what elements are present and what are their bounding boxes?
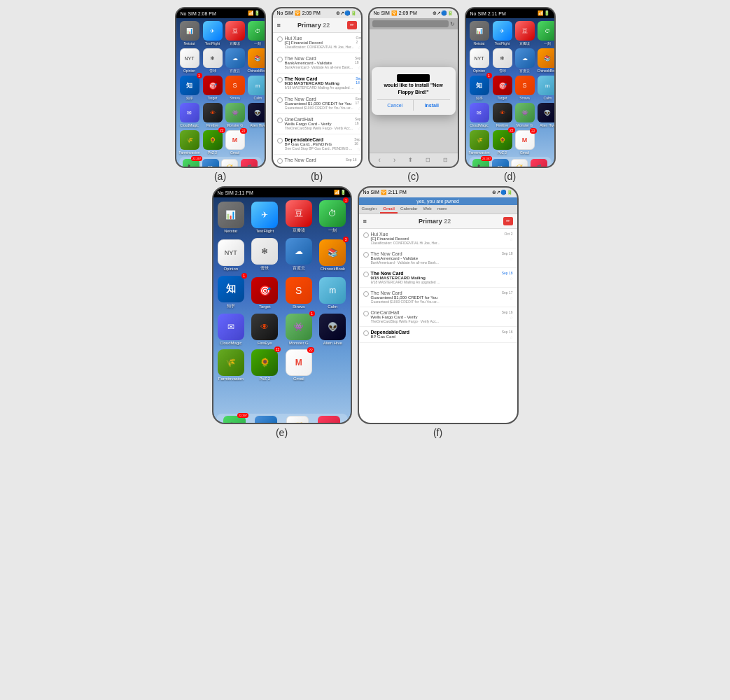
email-item-3-f[interactable]: The Now Card 9/18 MASTERCARD Mailing 9/1… <box>359 268 517 288</box>
email-checkbox-5-f[interactable] <box>363 311 369 316</box>
email-star-4-b[interactable]: ☆ <box>358 106 360 111</box>
tab-calendar-f[interactable]: Calendar <box>398 205 420 214</box>
email-item-5-b[interactable]: OneCardHalt Wells Fargo Card - Verify Th… <box>273 114 361 134</box>
email-checkbox-2-b[interactable] <box>277 57 283 62</box>
app-farminvasion-e[interactable]: 🌾Farminvasion <box>216 349 246 381</box>
app-yike-a[interactable]: 1 ⏱ 一刻 <box>248 21 266 46</box>
email-star-3-f[interactable]: ☆ <box>510 276 513 281</box>
app-calm-a[interactable]: m Calm <box>248 76 266 100</box>
app-opinion-d[interactable]: NYTOpinion <box>469 48 490 73</box>
app-gmail-d[interactable]: 22MGmail <box>515 130 535 155</box>
app-testflight-d[interactable]: ✈TestFlight <box>493 21 512 46</box>
app-pvz-e[interactable]: 22🌻PvZ 2 <box>250 349 280 381</box>
app-chinook-a[interactable]: 3 📚 ChinookBook <box>248 48 266 73</box>
app-testflight-a[interactable]: ✈ TestFlight <box>203 21 223 46</box>
app-alienhive-d[interactable]: 👽Alien Hive <box>538 103 556 127</box>
email-star-2-b[interactable]: ☆ <box>358 65 361 70</box>
email-star-5-f[interactable]: ☆ <box>510 315 513 320</box>
app-cloudmagic-e[interactable]: ✉CloudMagic <box>216 314 246 345</box>
dock-music-a[interactable]: 🎵 Music <box>241 159 258 168</box>
app-doudian-e[interactable]: 豆豆瓣读 <box>284 200 314 234</box>
email-star-1-b[interactable]: ☆ <box>358 45 360 50</box>
email-star-6-f[interactable]: ☆ <box>510 335 513 340</box>
dock-mail-d[interactable]: ✉Mail <box>492 159 509 168</box>
browser-refresh-c[interactable]: ↻ <box>450 21 455 27</box>
alert-cancel-btn-c[interactable]: Cancel <box>377 100 414 111</box>
app-doudian-d[interactable]: 豆豆瓣读 <box>515 21 535 46</box>
app-cloudmagic-d[interactable]: ✉CloudMagic <box>469 103 490 127</box>
app-fireeye-a[interactable]: 👁 FireEye <box>203 103 223 127</box>
email-star-1-f[interactable]: ☆ <box>510 237 513 241</box>
app-pvz-a[interactable]: 22 🌻 PvZ 2 <box>203 130 223 155</box>
app-gmail-e[interactable]: 22MGmail <box>284 349 314 381</box>
compose-btn-b[interactable]: ✏ <box>347 21 357 29</box>
email-item-7-b[interactable]: The Now Card Sep 16 ☆ <box>273 155 361 167</box>
email-checkbox-4-f[interactable] <box>363 291 369 297</box>
dock-music-e[interactable]: 🎵Music <box>318 416 340 424</box>
app-yike-d[interactable]: 1⏱一刻 <box>538 21 556 46</box>
dock-safari-a[interactable]: 🧭 Safari <box>221 159 238 168</box>
app-xueqiu-e[interactable]: ❄雪球 <box>250 238 280 272</box>
app-zhihu-d[interactable]: 1知知乎 <box>469 76 490 100</box>
app-netstat-e[interactable]: 📊Netstat <box>216 200 246 234</box>
tab-web-f[interactable]: Web <box>420 205 434 214</box>
app-cloudmagic-a[interactable]: ✉ CloudMagic <box>179 103 200 127</box>
app-calm-e[interactable]: mCalm <box>318 276 348 309</box>
email-checkbox-1-b[interactable] <box>277 36 283 42</box>
email-star-3-b[interactable]: ☆ <box>358 85 360 90</box>
app-yike-e[interactable]: 1⏱一刻 <box>318 200 348 234</box>
dock-phone-d[interactable]: 22,397📞Phone <box>472 159 489 168</box>
app-fireeye-e[interactable]: 👁FireEye <box>250 314 280 345</box>
email-checkbox-4-b[interactable] <box>277 97 283 103</box>
app-fireeye-d[interactable]: 👁FireEye <box>493 103 512 127</box>
app-alienhive-e[interactable]: 👽Alien Hive <box>318 314 348 345</box>
dock-music-d[interactable]: 🎵Music <box>531 159 547 168</box>
dock-safari-d[interactable]: 🧭Safari <box>511 159 528 168</box>
email-checkbox-7-b[interactable] <box>277 158 283 164</box>
app-target-e[interactable]: 🎯Target <box>250 276 280 309</box>
app-netstat-a[interactable]: 📊 Netstat <box>179 21 200 46</box>
email-checkbox-6-b[interactable] <box>277 138 283 144</box>
app-xueqiu-d[interactable]: ❄雪球 <box>493 48 512 73</box>
tab-gmail-f[interactable]: Gmail <box>380 205 398 214</box>
dock-phone-a[interactable]: 22,397 📞 Phone <box>183 159 199 168</box>
app-alienhive-a[interactable]: 👽 Alien Hive <box>248 103 266 127</box>
email-item-2-b[interactable]: The Now Card BankAmericard - Validate Ba… <box>273 53 361 74</box>
homescreen-a[interactable]: 📊 Netstat ✈ TestFlight 豆 豆瓣读 1 ⏱ <box>176 18 265 167</box>
nav-back-c[interactable]: ‹ <box>379 156 381 164</box>
app-baiduyun-a[interactable]: ☁ 百度云 <box>225 48 245 73</box>
app-gmail-a[interactable]: 22 M Gmail <box>225 130 245 155</box>
app-opinion-e[interactable]: NYTOpinion <box>216 238 246 272</box>
compose-btn-f[interactable]: ✏ <box>503 217 513 225</box>
tab-googleplus-f[interactable]: Google+ <box>359 205 381 214</box>
app-netstat-d[interactable]: 📊Netstat <box>469 21 490 46</box>
app-pvz-d[interactable]: 22🌻PvZ 2 <box>493 130 512 155</box>
email-item-6-f[interactable]: DependableCard BP Gas Card Sep 16 ☆ <box>359 327 517 343</box>
nav-tabs-c[interactable]: ⊟ <box>443 157 448 163</box>
app-testflight-e[interactable]: ✈TestFlight <box>250 200 280 234</box>
app-xueqiu-a[interactable]: ❄ 雪球 <box>203 48 223 73</box>
app-monsterg-d[interactable]: 👾Monster G <box>515 103 535 127</box>
email-item-4-f[interactable]: The Now Card Guaranteed $1,000 CREDIT fo… <box>359 288 517 307</box>
dock-phone-e[interactable]: 22,397📞Phone <box>223 416 246 424</box>
app-baiduyun-e[interactable]: ☁百度云 <box>284 238 314 272</box>
app-strava-a[interactable]: S Strava <box>225 76 245 100</box>
nav-share-c[interactable]: ⬆ <box>408 157 413 163</box>
email-item-1-b[interactable]: Hui Xue [C] Financial Record Classificat… <box>273 33 361 53</box>
app-zhihu-e[interactable]: 1知知乎 <box>216 276 246 309</box>
app-zhihu-a[interactable]: 1 知 知乎 <box>179 76 200 100</box>
app-strava-e[interactable]: SStrava <box>284 276 314 309</box>
email-checkbox-3-f[interactable] <box>363 272 369 277</box>
dock-mail-a[interactable]: ✉ Mail <box>202 159 219 168</box>
email-star-5-b[interactable]: ☆ <box>358 126 361 131</box>
email-checkbox-6-f[interactable] <box>363 330 369 336</box>
nav-bookmarks-c[interactable]: ⊡ <box>426 157 430 163</box>
email-checkbox-3-b[interactable] <box>277 77 283 83</box>
app-strava-d[interactable]: SStrava <box>515 76 535 100</box>
dock-safari-e[interactable]: 🧭Safari <box>286 416 309 424</box>
email-star-7-b[interactable]: ☆ <box>353 162 357 167</box>
app-farminvasion-d[interactable]: 🌾Farminvasion <box>469 130 490 155</box>
email-checkbox-1-f[interactable] <box>363 232 369 238</box>
email-star-4-f[interactable]: ☆ <box>510 295 513 300</box>
email-item-4-b[interactable]: The Now Card Guaranteed $1,000 CREDIT fo… <box>273 94 361 114</box>
